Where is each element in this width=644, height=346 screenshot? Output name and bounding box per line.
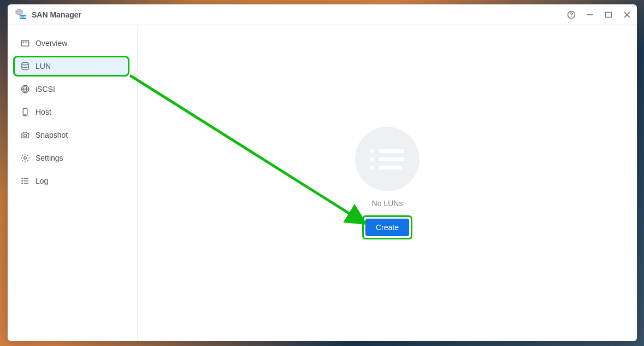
svg-rect-6: [21, 40, 29, 46]
close-button[interactable]: [623, 10, 631, 19]
sidebar-item-iscsi[interactable]: iSCSI: [13, 79, 129, 99]
svg-rect-7: [23, 42, 25, 43]
svg-point-15: [22, 178, 23, 179]
empty-message: No LUNs: [372, 199, 403, 208]
svg-point-13: [23, 134, 26, 137]
gear-icon: [20, 153, 30, 163]
sidebar-item-label: Settings: [36, 154, 63, 162]
list-icon: [20, 176, 30, 186]
sidebar-item-label: Snapshot: [36, 131, 68, 139]
create-button-highlight: Create: [362, 215, 412, 239]
sidebar-item-label: LUN: [36, 62, 51, 71]
database-icon: [20, 61, 30, 71]
san-manager-window: SAN SAN Manager Overview: [8, 4, 637, 341]
sidebar-item-log[interactable]: Log: [13, 171, 129, 191]
camera-icon: [20, 130, 30, 140]
titlebar: SAN SAN Manager: [8, 4, 637, 25]
device-icon: [20, 107, 30, 117]
empty-illustration: [355, 127, 420, 191]
sidebar-item-lun[interactable]: LUN: [13, 56, 129, 77]
minimize-button[interactable]: [586, 10, 594, 19]
maximize-button[interactable]: [604, 10, 613, 19]
svg-point-1: [571, 16, 571, 16]
sidebar-item-label: Overview: [36, 39, 67, 48]
create-button[interactable]: Create: [365, 219, 409, 236]
svg-point-9: [22, 62, 28, 65]
svg-point-14: [24, 157, 27, 160]
svg-point-17: [22, 180, 23, 181]
sidebar-item-settings[interactable]: Settings: [13, 148, 129, 168]
sidebar-item-label: Host: [36, 108, 51, 116]
app-title: SAN Manager: [32, 10, 81, 19]
sidebar-item-overview[interactable]: Overview: [13, 33, 129, 54]
app-icon: SAN: [15, 9, 26, 20]
sidebar: Overview LUN iSCSI Host: [8, 25, 138, 341]
dashboard-icon: [20, 38, 30, 48]
help-button[interactable]: [567, 10, 576, 19]
sidebar-item-label: Log: [36, 177, 48, 185]
sidebar-item-host[interactable]: Host: [13, 102, 129, 122]
sidebar-item-snapshot[interactable]: Snapshot: [13, 125, 129, 145]
window-controls: [567, 10, 631, 19]
globe-icon: [20, 84, 30, 94]
main-content: No LUNs Create: [138, 25, 637, 341]
svg-rect-3: [606, 12, 612, 17]
svg-point-19: [22, 183, 23, 184]
empty-state: No LUNs Create: [355, 127, 420, 239]
sidebar-item-label: iSCSI: [36, 85, 55, 93]
